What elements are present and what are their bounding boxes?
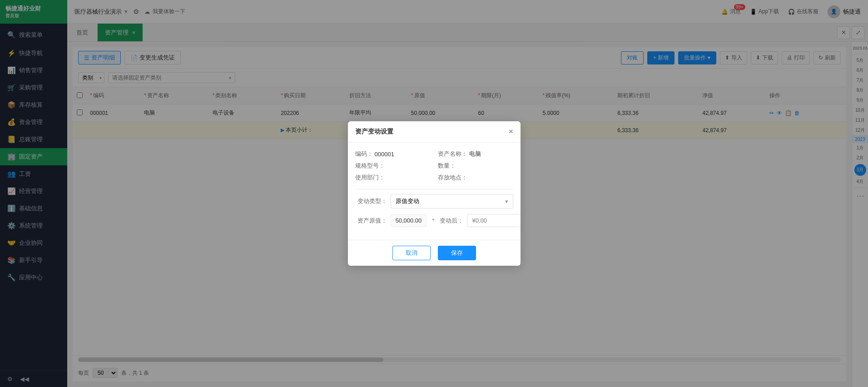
- dialog-original-value: 50,000.00: [391, 214, 427, 227]
- dialog-assetname-label: 资产名称：: [438, 150, 467, 158]
- dialog-original-value-row: 资产原值： 50,000.00 * 变动后：: [355, 214, 513, 227]
- dialog-header: 资产变动设置 ×: [348, 121, 521, 143]
- dialog-divider: [355, 189, 513, 189]
- after-change-input[interactable]: [467, 214, 520, 227]
- dialog-dept-label: 使用部门：: [355, 174, 385, 182]
- dialog-close-btn[interactable]: ×: [509, 128, 513, 136]
- change-type-arrow: ▾: [505, 198, 508, 205]
- cancel-button[interactable]: 取消: [392, 246, 431, 260]
- dialog-assetname-field: 资产名称： 电脑: [438, 150, 513, 158]
- dialog-dept-field: 使用部门：: [355, 174, 431, 182]
- dialog-location-label: 存放地点：: [438, 174, 467, 182]
- dialog-change-type-select[interactable]: 原值变动 ▾: [391, 194, 513, 208]
- dialog-location-field: 存放地点：: [438, 174, 513, 182]
- dialog-change-type-row: 变动类型： 原值变动 ▾: [355, 194, 513, 208]
- dialog-code-label: 编码：: [355, 150, 373, 158]
- dialog-spec-field: 规格型号：: [355, 162, 431, 170]
- save-button[interactable]: 保存: [438, 246, 476, 260]
- dialog-info-grid: 编码： 000001 资产名称： 电脑 规格型号： 数量： 使用部门：: [355, 150, 513, 182]
- required-mark: *: [432, 217, 434, 224]
- dialog-spec-label: 规格型号：: [355, 162, 385, 170]
- dialog-original-label: 资产原值：: [355, 217, 387, 225]
- dialog-footer: 取消 保存: [348, 240, 521, 266]
- asset-change-dialog: 资产变动设置 × 编码： 000001 资产名称： 电脑 规格型号： 数量：: [348, 121, 521, 266]
- dialog-assetname-value: 电脑: [469, 150, 481, 158]
- dialog-change-type-label: 变动类型：: [355, 197, 387, 205]
- dialog-after-change-label: 变动后：: [440, 217, 463, 225]
- dialog-body: 编码： 000001 资产名称： 电脑 规格型号： 数量： 使用部门：: [348, 143, 521, 240]
- dialog-code-field: 编码： 000001: [355, 150, 431, 158]
- dialog-code-value: 000001: [375, 151, 394, 158]
- dialog-title: 资产变动设置: [355, 128, 393, 136]
- dialog-quantity-label: 数量：: [438, 162, 456, 170]
- change-type-value: 原值变动: [396, 197, 419, 205]
- dialog-quantity-field: 数量：: [438, 162, 513, 170]
- modal-overlay: 资产变动设置 × 编码： 000001 资产名称： 电脑 规格型号： 数量：: [0, 0, 868, 387]
